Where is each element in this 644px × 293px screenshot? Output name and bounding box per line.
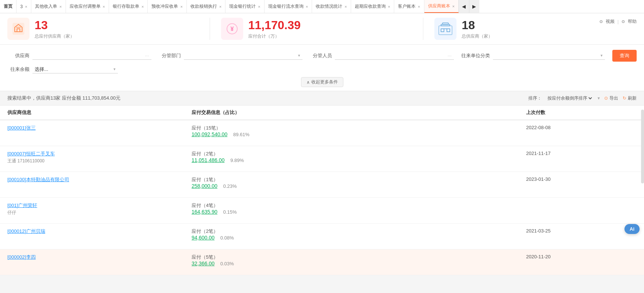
stat-block-amount: ¥ 11,170.39 应付合计（万） [221, 18, 424, 40]
trans-amount-5[interactable]: 94,600.00 [192, 235, 214, 241]
balance-chevron-icon: ▾ [113, 67, 116, 72]
tab3-label: 3 [20, 4, 23, 9]
nav-tab-receipt-stat[interactable]: 收款情况统计 × [312, 0, 351, 13]
supplier-sub-4: 仔仔 [7, 210, 192, 216]
dept-select[interactable] [186, 53, 298, 58]
nav-tab-overdue-ar[interactable]: 超期应收款查询 × [351, 0, 394, 13]
close-payment-verify-icon[interactable]: × [219, 4, 221, 9]
trans-percent-1: 89.61% [233, 132, 249, 137]
trans-percent-5: 0.08% [220, 235, 234, 241]
supplier-link-2[interactable]: [000007]恒旺二手叉车 [7, 151, 192, 157]
last-payment-5: 2021-03-25 [526, 228, 637, 234]
trans-percent-3: 0.23% [223, 183, 237, 189]
table-row: [000100]本特勤油品有限公司 应付（1笔） 258,000.00 0.23… [0, 172, 644, 198]
svg-rect-7 [441, 29, 444, 32]
nav-prev-arrow[interactable]: ◀ [459, 0, 469, 13]
close-cash-stat-icon[interactable]: × [258, 4, 260, 9]
sort-label: 排序： [528, 95, 542, 101]
search-button[interactable]: 查询 [612, 50, 637, 62]
nav-tab-cash-stat[interactable]: 现金银行统计 × [225, 0, 264, 13]
unit-select-wrap[interactable]: ▾ [493, 52, 605, 60]
transaction-info-4: 应付（4笔） 164,635.90 0.15% [192, 202, 526, 215]
scroll-indicator[interactable] [641, 110, 644, 183]
close-prepay-offset-icon[interactable]: × [180, 4, 182, 9]
supplier-link-6[interactable]: [000002]李四 [7, 254, 192, 261]
collapse-button[interactable]: ∧ 收起更多条件 [301, 77, 343, 87]
ar-ap-adjust-label: 应收应付调整单 [70, 3, 101, 10]
refresh-button[interactable]: ↻ 刷新 [623, 95, 637, 101]
trans-amount-1[interactable]: 100,092,540.00 [192, 131, 227, 137]
supplier-link-1[interactable]: [000001]张三 [7, 125, 192, 131]
trans-amount-4[interactable]: 164,635.90 [192, 209, 217, 215]
supplier-link-5[interactable]: [000012]广州贝瑞 [7, 228, 192, 235]
header-stats: 13 总应付供应商（家） ¥ 11,170.39 应付合计（万） [0, 13, 644, 45]
close-cash-flow-icon[interactable]: × [306, 4, 308, 9]
supplier-link-3[interactable]: [000100]本特勤油品有限公司 [7, 176, 192, 183]
close-receipt-stat-icon[interactable]: × [344, 4, 347, 9]
trans-amount-6[interactable]: 32,366.00 [192, 261, 214, 266]
stat-number-total: 18 [462, 18, 493, 32]
receipt-stat-label: 收款情况统计 [316, 3, 342, 10]
nav-tab-other-income[interactable]: 其他收入单 × [31, 0, 66, 13]
supplier-dots-icon[interactable]: ··· [145, 53, 149, 58]
table-row: [000012]广州贝瑞 应付（2笔） 94,600.00 0.08% 2021… [0, 224, 644, 249]
nav-tab-payment-verify[interactable]: 收款核销执行 × [187, 0, 225, 13]
supplier-info-1: [000001]张三 [7, 125, 192, 131]
export-button[interactable]: ⊙ 导出 [604, 95, 618, 101]
person-input-wrap[interactable]: ··· [335, 52, 454, 60]
person-label: 分管人员 [310, 52, 332, 59]
person-input[interactable] [337, 53, 448, 58]
last-payment-2: 2021-11-17 [526, 151, 637, 156]
nav-tab-home[interactable]: 首页 [0, 0, 17, 13]
close-overdue-ar-icon[interactable]: × [388, 4, 390, 9]
nav-tab-supplier-book[interactable]: 供应商账本 × [424, 0, 459, 13]
supplier-info-2: [000007]恒旺二手叉车 王通 17106110000 [7, 151, 192, 164]
dept-select-wrap[interactable]: ▾ [184, 52, 303, 60]
cash-flow-label: 现金银行流水查询 [268, 3, 304, 10]
supplier-link-4[interactable]: [001]广州荣轩 [7, 202, 192, 209]
stat-number-amount: 11,170.39 [248, 18, 301, 32]
nav-tab-prepay-offset[interactable]: 预收冲应收单 × [148, 0, 186, 13]
supplier-input-wrap[interactable]: ··· [32, 52, 151, 60]
trans-amount-2[interactable]: 11,051,486.00 [192, 157, 225, 163]
ai-badge[interactable]: Ai [624, 224, 640, 234]
customer-book-label: 客户账本 [398, 3, 416, 10]
trans-amount-3[interactable]: 258,000.00 [192, 183, 217, 189]
person-field: 分管人员 ··· [310, 52, 454, 60]
close-customer-book-icon[interactable]: × [418, 4, 420, 9]
unit-select[interactable] [495, 53, 601, 58]
dept-chevron-icon: ▾ [298, 53, 300, 58]
search-row-2: 往来余额 选择... ▾ [7, 65, 637, 73]
nav-tab-customer-book[interactable]: 客户账本 × [394, 0, 424, 13]
collapse-bar: ∧ 收起更多条件 [7, 77, 637, 87]
top-nav: 首页 3 × 其他收入单 × 应收应付调整单 × 银行存取款单 × 预收冲应收单… [0, 0, 644, 13]
supplier-field: 供应商 ··· [7, 52, 151, 60]
nav-tab-bank-deposit[interactable]: 银行存取款单 × [109, 0, 148, 13]
table-row: [000001]张三 应付（15笔） 100,092,540.00 89.61%… [0, 120, 644, 146]
close-ar-ap-adjust-icon[interactable]: × [103, 4, 105, 9]
balance-select-wrap[interactable]: 选择... ▾ [32, 65, 118, 73]
refresh-label: 刷新 [628, 95, 637, 101]
close-tab3-icon[interactable]: × [25, 4, 27, 9]
collapse-label: 收起更多条件 [311, 79, 338, 85]
supplier-info-5: [000012]广州贝瑞 [7, 228, 192, 235]
header-right-links: ⊙ 视频 | ⊙ 帮助 [599, 18, 637, 25]
person-dots-icon[interactable]: ··· [448, 53, 452, 58]
stat-label-amount: 应付合计（万） [248, 33, 301, 39]
video-link[interactable]: 视频 [606, 18, 615, 25]
supplier-input[interactable] [35, 53, 145, 58]
nav-tab-cash-flow[interactable]: 现金银行流水查询 × [265, 0, 312, 13]
help-link[interactable]: 帮助 [628, 18, 637, 25]
nav-tab-3[interactable]: 3 × [17, 0, 31, 13]
dept-field: 分管部门 ▾ [159, 52, 303, 60]
transaction-info-3: 应付（1笔） 258,000.00 0.23% [192, 176, 526, 189]
close-other-income-icon[interactable]: × [59, 4, 62, 9]
table-header: 供应商信息 应付交易信息（占比） 上次付数 [0, 106, 644, 120]
nav-tab-ar-ap-adjust[interactable]: 应收应付调整单 × [66, 0, 109, 13]
balance-select[interactable]: 选择... [35, 66, 113, 72]
supplier-book-label: 供应商账本 [428, 3, 450, 9]
close-bank-deposit-icon[interactable]: × [141, 4, 144, 9]
sort-select[interactable]: 按应付余额倒序排序 [546, 95, 593, 101]
close-supplier-book-icon[interactable]: × [452, 4, 455, 8]
nav-next-arrow[interactable]: ▶ [469, 0, 479, 13]
